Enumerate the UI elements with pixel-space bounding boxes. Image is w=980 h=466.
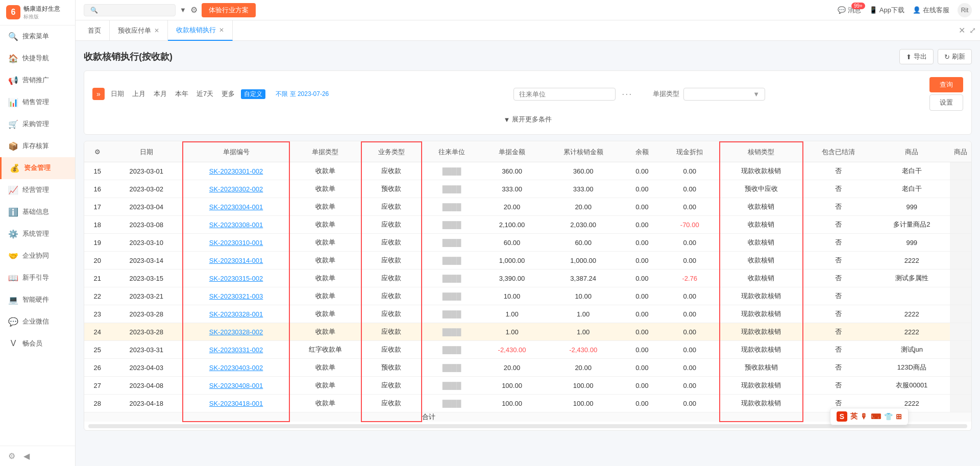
filter-settings-button[interactable]: 设置 [929,94,963,111]
cell-biz-type: 应收款 [361,341,422,359]
cell-goods-thumb [950,252,971,269]
cell-doc-no: SK-20230403-002 [183,359,289,377]
cell-cancel-type: 收款核销 [720,198,803,216]
sidebar-item-finance[interactable]: 💰 资金管理 [0,157,75,179]
cell-cancel-type: 预收中应收 [720,180,803,198]
cell-doc-no: SK-20230301-002 [183,162,289,180]
doc-no-link[interactable]: SK-20230328-002 [209,328,263,336]
cell-total-cancel: 10.00 [543,287,624,305]
date-btn-more[interactable]: 更多 [219,88,237,100]
topbar-app-download[interactable]: 📱 App下载 [869,6,904,15]
sidebar-item-quick-nav[interactable]: 🏠 快捷导航 [0,47,75,69]
cell-doc-no: SK-20230302-002 [183,180,289,198]
sidebar-item-purchase[interactable]: 🛒 采购管理 [0,113,75,135]
sidebar-item-inventory[interactable]: 📦 库存核算 [0,135,75,157]
table-row: 23 2023-03-28 SK-20230328-001 收款单 应收款 ██… [84,305,971,323]
cell-biz-type: 应收款 [361,287,422,305]
sidebar-item-search[interactable]: 🔍 搜索菜单 [0,26,75,47]
cell-cancel-type: 现款收款核销 [720,162,803,180]
tab-collection-close[interactable]: ✕ [219,27,224,34]
more-filters-dots[interactable]: ··· [622,89,632,100]
date-custom-button[interactable]: 自定义 [241,89,265,99]
cell-balance: 0.00 [624,395,660,412]
cell-goods-thumb [950,323,971,341]
sidebar-item-wechat[interactable]: 💬 企业微信 [0,311,75,333]
doc-no-link[interactable]: SK-20230310-001 [209,239,263,247]
tab-collection[interactable]: 收款核销执行 ✕ [168,20,233,41]
tab-preorder[interactable]: 预收应付单 ✕ [110,20,168,41]
doc-no-link[interactable]: SK-20230314-001 [209,257,263,264]
sidebar-icon-sales: 📊 [8,97,18,107]
cell-cancel-type: 收款核销 [720,252,803,269]
cell-biz-type: 预收款 [361,359,422,377]
tabbar-expand-icon[interactable]: ⤢ [969,26,976,35]
date-btn-this-year[interactable]: 本年 [173,88,190,100]
doc-no-link[interactable]: SK-20230403-002 [209,364,263,372]
cell-counterparty: ████ [422,287,481,305]
topbar-message[interactable]: 💬 消息 99+ [838,6,861,15]
date-btn-this-month[interactable]: 本月 [152,88,169,100]
filter-collapse-button[interactable]: » [92,88,105,100]
settings-footer-icon[interactable]: ⚙ [8,451,15,461]
cell-date: 2023-03-10 [111,234,183,252]
sidebar-item-enterprise[interactable]: 🤝 企业协同 [0,245,75,267]
th-settings[interactable]: ⚙ [84,142,111,162]
cell-goods: 2222 [874,305,950,323]
sidebar-item-member[interactable]: V 畅会员 [0,333,75,354]
brand-shirt-icon: 👕 [884,412,893,421]
doc-no-link[interactable]: SK-20230408-001 [209,382,263,389]
cell-date: 2023-03-28 [111,323,183,341]
doc-no-link[interactable]: SK-20230315-002 [209,275,263,282]
cell-doc-amount: 2,100.00 [481,216,543,234]
topbar-user-avatar[interactable]: Rit [958,3,972,17]
collapse-footer-icon[interactable]: ◀ [23,451,30,461]
counterparty-input[interactable] [513,88,616,101]
sidebar-item-system[interactable]: ⚙️ 系统管理 [0,223,75,245]
doc-no-link[interactable]: SK-20230331-002 [209,346,263,354]
cell-cancel-type: 预收款核销 [720,359,803,377]
expand-more-conditions[interactable]: ▼ 展开更多条件 [92,115,963,124]
sidebar-item-marketing[interactable]: 📢 营销推广 [0,69,75,91]
cell-balance: 0.00 [624,216,660,234]
doc-no-link[interactable]: SK-20230301-002 [209,167,263,175]
topbar-online-service[interactable]: 👤 在线客服 [913,6,949,15]
cell-include-settled: 否 [803,234,874,252]
th-goods: 商品 [874,142,950,162]
date-btn-7days[interactable]: 近7天 [194,88,215,100]
cell-doc-no: SK-20230314-001 [183,252,289,269]
topbar-search-box[interactable]: 🔍 [84,4,176,16]
tab-home[interactable]: 首页 [80,20,110,41]
sidebar-item-hardware[interactable]: 💻 智能硬件 [0,289,75,311]
topbar-dropdown[interactable]: ▼ [180,6,186,14]
industry-solution-button[interactable]: 体验行业方案 [202,3,256,17]
doc-no-link[interactable]: SK-20230304-001 [209,203,263,211]
doc-type-select[interactable]: ▼ [683,88,765,101]
doc-no-link[interactable]: SK-20230308-001 [209,221,263,229]
tab-home-label: 首页 [88,26,101,35]
topbar-gear-icon[interactable]: ⚙ [190,5,198,15]
doc-no-link[interactable]: SK-20230328-001 [209,310,263,318]
cell-total-cancel: -2,430.00 [543,341,624,359]
sidebar-item-guide[interactable]: 📖 新手引导 [0,267,75,289]
cell-goods: 多计量商品2 [874,216,950,234]
doc-no-link[interactable]: SK-20230302-002 [209,185,263,193]
sidebar-label-marketing: 营销推广 [22,76,49,85]
cell-balance: 0.00 [624,162,660,180]
column-settings-icon[interactable]: ⚙ [94,148,101,156]
cell-goods-thumb [950,287,971,305]
query-button[interactable]: 查询 [929,77,963,92]
sidebar-item-sales[interactable]: 📊 销售管理 [0,91,75,113]
page-content: 收款核销执行(按收款) ⬆ 导出 ↻ 刷新 » 日期 上月 [76,41,980,466]
doc-no-link[interactable]: SK-20230321-003 [209,292,263,300]
doc-no-link[interactable]: SK-20230418-001 [209,400,263,407]
brand-s-icon: S [837,411,847,422]
tab-preorder-close[interactable]: ✕ [154,27,159,34]
sidebar-icon-enterprise: 🤝 [8,251,18,261]
sidebar-label-quick-nav: 快捷导航 [22,54,49,63]
export-button[interactable]: ⬆ 导出 [899,49,934,64]
date-btn-last-month[interactable]: 上月 [130,88,148,100]
refresh-button[interactable]: ↻ 刷新 [938,49,972,64]
sidebar-item-basic[interactable]: ℹ️ 基础信息 [0,201,75,223]
tabbar-close-all-icon[interactable]: ✕ [959,26,965,35]
sidebar-item-operation[interactable]: 📈 经营管理 [0,179,75,201]
